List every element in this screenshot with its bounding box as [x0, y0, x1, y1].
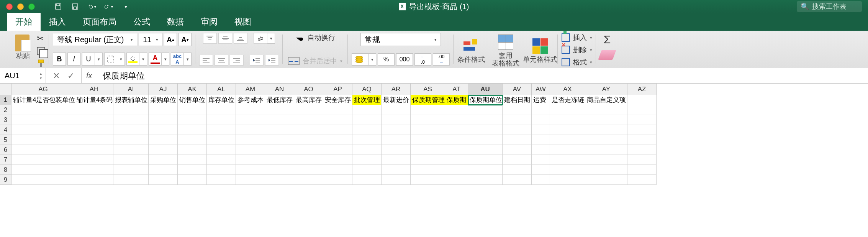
- phonetic-dropdown[interactable]: ▾: [184, 53, 192, 66]
- cell-AW2[interactable]: [532, 105, 550, 115]
- align-middle-button[interactable]: [218, 33, 232, 44]
- cell-AR9[interactable]: [382, 175, 411, 185]
- cell-AR8[interactable]: [382, 165, 411, 175]
- cell-AV1[interactable]: 建档日期: [503, 95, 532, 105]
- fx-label[interactable]: fx: [82, 68, 97, 83]
- cell-AM8[interactable]: [236, 165, 265, 175]
- cell-AU4[interactable]: [468, 125, 503, 135]
- cell-AO8[interactable]: [294, 165, 323, 175]
- cell-styles-button[interactable]: 单元格样式: [526, 33, 554, 67]
- font-color-dropdown[interactable]: ▾: [162, 53, 169, 66]
- font-name-dropdown[interactable]: 等线 Regular (正文)▾: [53, 33, 137, 46]
- column-header-AI[interactable]: AI: [113, 84, 149, 95]
- cell-AO2[interactable]: [294, 105, 323, 115]
- cell-AV4[interactable]: [503, 125, 532, 135]
- cell-AY5[interactable]: [585, 135, 627, 145]
- cell-AI9[interactable]: [113, 175, 149, 185]
- cell-AS7[interactable]: [411, 155, 445, 165]
- cell-AS3[interactable]: [411, 115, 445, 125]
- cell-AZ1[interactable]: [627, 95, 657, 105]
- cell-AV3[interactable]: [503, 115, 532, 125]
- formula-input[interactable]: [97, 68, 868, 83]
- increase-font-button[interactable]: A▴: [164, 33, 177, 46]
- underline-dropdown[interactable]: ▾: [95, 53, 103, 66]
- cell-AV5[interactable]: [503, 135, 532, 145]
- cell-AT1[interactable]: 保质期: [445, 95, 468, 105]
- format-cells-button[interactable]: 格式▾: [562, 58, 592, 67]
- font-size-dropdown[interactable]: 11▾: [139, 33, 162, 46]
- fill-color-button[interactable]: [126, 53, 139, 66]
- spreadsheet-grid[interactable]: AGAHAIAJAKALAMANAOAPAQARASATAUAVAWAXAYAZ…: [0, 84, 868, 185]
- cell-AO3[interactable]: [294, 115, 323, 125]
- cell-AY1[interactable]: 商品自定义项: [585, 95, 627, 105]
- row-header-4[interactable]: 4: [0, 125, 11, 135]
- cell-AG2[interactable]: [11, 105, 75, 115]
- decrease-font-button[interactable]: A▾: [179, 33, 192, 46]
- cell-AI3[interactable]: [113, 115, 149, 125]
- cell-AZ6[interactable]: [627, 145, 657, 155]
- cell-AL4[interactable]: [207, 125, 236, 135]
- cell-AO5[interactable]: [294, 135, 323, 145]
- increase-indent-button[interactable]: [265, 55, 279, 66]
- column-header-AN[interactable]: AN: [265, 84, 294, 95]
- cell-AT3[interactable]: [445, 115, 468, 125]
- cell-AU3[interactable]: [468, 115, 503, 125]
- align-top-button[interactable]: [203, 33, 217, 44]
- italic-button[interactable]: I: [67, 53, 80, 66]
- cell-AG7[interactable]: [11, 155, 75, 165]
- cell-AL8[interactable]: [207, 165, 236, 175]
- cell-AT4[interactable]: [445, 125, 468, 135]
- cell-AG8[interactable]: [11, 165, 75, 175]
- cell-AU8[interactable]: [468, 165, 503, 175]
- phonetic-button[interactable]: abcA: [171, 53, 184, 66]
- autosave-icon[interactable]: [54, 2, 62, 11]
- cell-AJ7[interactable]: [149, 155, 178, 165]
- row-header-1[interactable]: 1: [0, 95, 11, 105]
- cell-AN5[interactable]: [265, 135, 294, 145]
- cell-AX3[interactable]: [550, 115, 585, 125]
- number-format-dropdown[interactable]: 常规▾: [360, 33, 441, 46]
- row-header-8[interactable]: 8: [0, 165, 11, 175]
- cell-AT2[interactable]: [445, 105, 468, 115]
- cell-AW3[interactable]: [532, 115, 550, 125]
- cell-AH1[interactable]: 辅计量4条码: [75, 95, 113, 105]
- cell-AU7[interactable]: [468, 155, 503, 165]
- align-right-button[interactable]: [230, 55, 244, 66]
- cell-AN2[interactable]: [265, 105, 294, 115]
- cell-AI8[interactable]: [113, 165, 149, 175]
- column-header-AL[interactable]: AL: [207, 84, 236, 95]
- cell-AZ5[interactable]: [627, 135, 657, 145]
- accounting-format-button[interactable]: [352, 53, 368, 66]
- cell-AW1[interactable]: 运费: [532, 95, 550, 105]
- cell-AO7[interactable]: [294, 155, 323, 165]
- cell-AU1[interactable]: 保质期单位: [468, 95, 503, 105]
- cell-AS5[interactable]: [411, 135, 445, 145]
- select-all-corner[interactable]: [0, 84, 11, 95]
- accounting-dropdown[interactable]: ▾: [368, 53, 376, 66]
- fill-color-dropdown[interactable]: ▾: [139, 53, 147, 66]
- cell-AQ1[interactable]: 批次管理: [352, 95, 382, 105]
- cell-AT5[interactable]: [445, 135, 468, 145]
- cell-AI7[interactable]: [113, 155, 149, 165]
- cell-AR2[interactable]: [382, 105, 411, 115]
- cell-AZ2[interactable]: [627, 105, 657, 115]
- cell-AS8[interactable]: [411, 165, 445, 175]
- cell-AP4[interactable]: [323, 125, 352, 135]
- paste-button[interactable]: 粘贴: [9, 33, 37, 60]
- cell-AJ2[interactable]: [149, 105, 178, 115]
- cell-AM2[interactable]: [236, 105, 265, 115]
- cell-AR1[interactable]: 最新进价: [382, 95, 411, 105]
- tab-view[interactable]: 视图: [226, 13, 260, 31]
- cell-AZ8[interactable]: [627, 165, 657, 175]
- orientation-dropdown[interactable]: ▾: [267, 33, 275, 44]
- cell-AL1[interactable]: 库存单位: [207, 95, 236, 105]
- cell-AX5[interactable]: [550, 135, 585, 145]
- decrease-indent-button[interactable]: [250, 55, 264, 66]
- cell-AP7[interactable]: [323, 155, 352, 165]
- cell-AP9[interactable]: [323, 175, 352, 185]
- cell-AS4[interactable]: [411, 125, 445, 135]
- cell-AP8[interactable]: [323, 165, 352, 175]
- cell-AO1[interactable]: 最高库存: [294, 95, 323, 105]
- row-header-6[interactable]: 6: [0, 145, 11, 155]
- maximize-window-button[interactable]: [28, 3, 35, 10]
